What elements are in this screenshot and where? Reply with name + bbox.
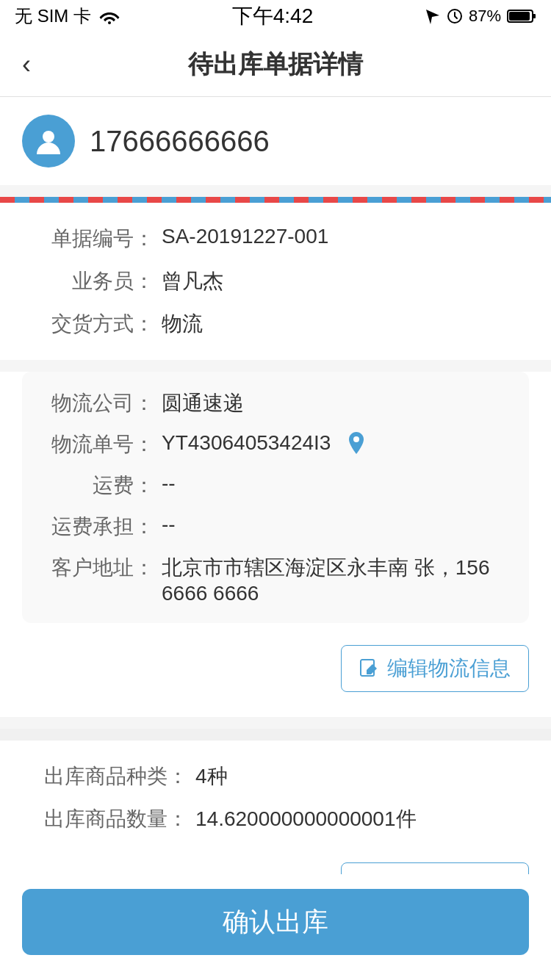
edit-btn-container: 编辑物流信息 xyxy=(0,638,551,710)
confirm-outbound-button[interactable]: 确认出库 xyxy=(22,889,529,955)
logistics-address-row: 客户地址： 北京市市辖区海淀区永丰南 张，156 6666 6666 xyxy=(44,554,507,605)
inventory-quantity-value: 14.620000000000001件 xyxy=(195,805,507,833)
delivery-row: 交货方式： 物流 xyxy=(44,310,507,338)
logistics-company-label: 物流公司： xyxy=(44,389,154,417)
user-avatar xyxy=(22,115,75,167)
logistics-address-value: 北京市市辖区海淀区永丰南 张，156 6666 6666 xyxy=(162,554,507,605)
logistics-tracking-value: YT43064053424I3 xyxy=(162,430,507,455)
inventory-quantity-row: 出库商品数量： 14.620000000000001件 xyxy=(44,805,507,833)
logistics-freight-row: 运费： -- xyxy=(44,472,507,500)
logistics-company-row: 物流公司： 圆通速递 xyxy=(44,389,507,417)
svg-point-4 xyxy=(43,131,54,143)
user-phone: 17666666666 xyxy=(90,125,270,158)
order-no-row: 单据编号： SA-20191227-001 xyxy=(44,225,507,253)
edit-logistics-button[interactable]: 编辑物流信息 xyxy=(341,645,529,692)
inventory-type-value: 4种 xyxy=(195,763,507,790)
salesman-label: 业务员： xyxy=(44,267,154,295)
location-pin-icon xyxy=(344,430,369,455)
logistics-bearer-row: 运费承担： -- xyxy=(44,513,507,541)
logistics-freight-label: 运费： xyxy=(44,472,154,500)
battery-icon xyxy=(507,9,536,24)
logistics-section: 物流公司： 圆通速递 物流单号： YT43064053424I3 运费： xyxy=(0,372,551,717)
battery-text: 87% xyxy=(469,7,501,26)
delivery-label: 交货方式： xyxy=(44,310,154,338)
salesman-row: 业务员： 曾凡杰 xyxy=(44,267,507,295)
logistics-freight-value: -- xyxy=(162,472,507,495)
inventory-type-row: 出库商品种类： 4种 xyxy=(44,763,507,790)
order-info-block: 单据编号： SA-20191227-001 业务员： 曾凡杰 交货方式： 物流 xyxy=(0,203,551,360)
person-icon xyxy=(34,126,63,156)
page-title: 待出库单据详情 xyxy=(188,48,363,82)
nav-bar: ‹ 待出库单据详情 xyxy=(0,32,551,97)
status-left: 无 SIM 卡 xyxy=(15,4,120,28)
carrier-text: 无 SIM 卡 xyxy=(15,4,91,28)
svg-point-5 xyxy=(353,436,359,442)
order-no-label: 单据编号： xyxy=(44,225,154,253)
logistics-bearer-value: -- xyxy=(162,513,507,536)
logistics-bearer-label: 运费承担： xyxy=(44,513,154,541)
logistics-tracking-row: 物流单号： YT43064053424I3 xyxy=(44,430,507,458)
svg-rect-2 xyxy=(533,14,536,18)
inventory-info: 出库商品种类： 4种 出库商品数量： 14.620000000000001件 xyxy=(0,741,551,855)
status-bar: 无 SIM 卡 下午4:42 87% xyxy=(0,0,551,32)
back-button[interactable]: ‹ xyxy=(22,49,31,80)
logistics-company-value: 圆通速递 xyxy=(162,389,507,417)
confirm-btn-wrapper: 确认出库 xyxy=(0,874,551,980)
logistics-tracking-label: 物流单号： xyxy=(44,430,154,458)
user-header: 17666666666 xyxy=(0,97,551,185)
logistics-card: 物流公司： 圆通速递 物流单号： YT43064053424I3 运费： xyxy=(22,372,529,623)
inventory-quantity-label: 出库商品数量： xyxy=(44,805,188,833)
status-right: 87% xyxy=(425,7,536,26)
edit-icon xyxy=(359,658,380,679)
logistics-address-label: 客户地址： xyxy=(44,554,154,582)
dashed-divider xyxy=(0,197,551,203)
clock-icon xyxy=(447,8,463,24)
salesman-value: 曾凡杰 xyxy=(162,267,507,295)
status-time: 下午4:42 xyxy=(232,2,314,30)
location-arrow-icon xyxy=(425,8,441,24)
svg-rect-3 xyxy=(509,12,530,21)
order-no-value: SA-20191227-001 xyxy=(162,225,507,248)
gray-divider xyxy=(0,729,551,741)
wifi-icon xyxy=(98,8,120,24)
delivery-value: 物流 xyxy=(162,310,507,338)
inventory-type-label: 出库商品种类： xyxy=(44,763,188,790)
